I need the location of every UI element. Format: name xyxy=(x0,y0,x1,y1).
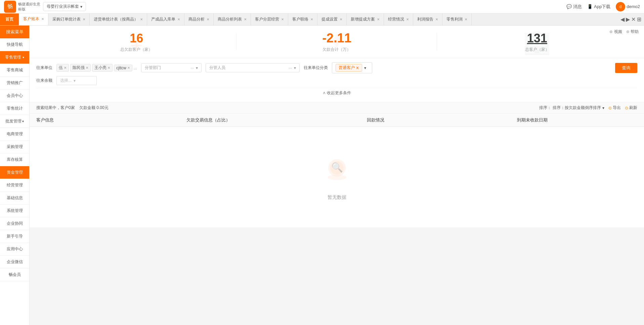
sidebar-item-retail-mall[interactable]: 零售商城 xyxy=(0,64,29,77)
sidebar-item-marketing[interactable]: 营销推广 xyxy=(0,77,29,89)
sidebar-item-purchase-mgmt[interactable]: 采购管理 xyxy=(0,141,29,153)
tab-raise-settings[interactable]: 提成设置 ✕ xyxy=(317,13,347,26)
category-selected-tag[interactable]: 普通客户 ✕ xyxy=(336,64,362,72)
chevron-down-icon: ▾ xyxy=(196,66,198,70)
download-icon: 📱 xyxy=(587,4,593,9)
stat-total-customers: ¥ 16 总欠款客户（家） xyxy=(36,31,237,52)
remove-tag-icon[interactable]: ✕ xyxy=(64,66,67,70)
tab-close-all-icon[interactable]: ✕ xyxy=(631,16,636,23)
tab-profit-report[interactable]: 利润报告 ✕ xyxy=(413,13,442,26)
close-icon[interactable]: ✕ xyxy=(465,17,467,21)
balance-filter-label: 往来余额 xyxy=(36,78,52,83)
tab-biz-status[interactable]: 经营情况 ✕ xyxy=(384,13,413,26)
account-selector[interactable]: 母婴行业演示帐套 ▾ xyxy=(43,2,86,11)
sidebar-item-retail-mgmt[interactable]: 零售管理 ▾ xyxy=(0,51,29,64)
debt-total-label: 欠款合计（万） xyxy=(237,47,437,52)
result-bar: 搜索结果中，客户0家 欠款金额 0.00元 排序： 排序：按欠款金额倒序排序 ▾… xyxy=(30,102,644,114)
unit-tag-wang[interactable]: 王小亮 ✕ xyxy=(92,64,113,72)
logo-text: 畅捷通好生意 标版 xyxy=(18,2,40,11)
download-btn[interactable]: 📱 App下载 xyxy=(587,4,610,10)
category-filter[interactable]: 普通客户 ✕ ▾ xyxy=(332,62,372,73)
export-button[interactable]: ⊙ 导出 xyxy=(608,105,621,111)
close-icon[interactable]: ✕ xyxy=(281,17,284,21)
sidebar-item-corp-wechat[interactable]: 企业微信 xyxy=(0,256,29,268)
chevron-down-icon: ▾ xyxy=(80,4,82,9)
dept-filter[interactable]: 分管部门 ··· ▾ xyxy=(141,63,202,72)
collapse-bar[interactable]: ∧ 收起更多条件 xyxy=(36,88,637,98)
remove-tag-icon[interactable]: ✕ xyxy=(108,66,110,70)
export-icon: ⊙ xyxy=(608,106,612,110)
close-icon[interactable]: ✕ xyxy=(406,17,409,21)
tab-home[interactable]: 首页 xyxy=(0,13,19,26)
top-bar: 畅 畅捷通好生意 标版 母婴行业演示帐套 ▾ 💬 消息 📱 App下载 d de… xyxy=(0,0,644,13)
tab-prev-icon[interactable]: ◀ xyxy=(620,16,625,23)
tab-expand-icon[interactable]: ⊞ xyxy=(637,16,641,23)
chevron-down-icon: ▾ xyxy=(22,119,24,123)
tab-goods-analysis[interactable]: 商品分析 ✕ xyxy=(184,13,214,26)
user-area[interactable]: d demo2 xyxy=(616,2,640,11)
logo-area: 畅 畅捷通好生意 标版 xyxy=(4,1,40,13)
query-button[interactable]: 查询 xyxy=(615,63,637,73)
tab-purchase-order[interactable]: 采购订单统计表 ✕ xyxy=(48,13,90,26)
close-icon[interactable]: ✕ xyxy=(140,17,143,21)
sidebar-item-new-guide[interactable]: 新手引导 xyxy=(0,230,29,243)
message-btn[interactable]: 💬 消息 xyxy=(566,4,582,10)
total-customers-label: 总欠款客户（家） xyxy=(36,47,237,52)
close-icon[interactable]: ✕ xyxy=(310,17,313,21)
refresh-button[interactable]: ⊙ 刷新 xyxy=(625,105,637,111)
tab-retail-profit[interactable]: 零售利润 ✕ xyxy=(442,13,472,26)
result-bar-right: 排序： 排序：按欠款金额倒序排序 ▾ ⊙ 导出 ⊙ 刷新 xyxy=(539,105,637,111)
sidebar-item-corp-collab[interactable]: 企业协同 xyxy=(0,217,29,230)
tab-nav: 首页 客户账本 ✕ 采购订单统计表 ✕ 进货单统计表（按商品） ✕ 产成品入库单… xyxy=(0,13,644,26)
sidebar-item-ecommerce-mgmt[interactable]: 电商管理 xyxy=(0,128,29,141)
remove-tag-icon[interactable]: ✕ xyxy=(127,66,130,70)
unit-tag-more[interactable]: ... xyxy=(134,66,137,70)
sidebar-item-finance-mgmt[interactable]: 资金管理 xyxy=(0,166,29,179)
unit-tag-chen[interactable]: 陈民强 ✕ xyxy=(70,64,91,72)
logo-icon: 畅 xyxy=(4,1,16,13)
close-icon[interactable]: ✕ xyxy=(244,17,247,21)
tab-nav-end: ◀ ▶ ✕ ⊞ xyxy=(618,16,644,23)
sidebar-item-retail-stats[interactable]: 零售统计 xyxy=(0,102,29,115)
close-icon[interactable]: ✕ xyxy=(207,17,209,21)
sidebar-item-member-center[interactable]: 会员中心 xyxy=(0,89,29,102)
person-filter[interactable]: 分管人员 ··· ▾ xyxy=(206,63,300,72)
sidebar-item-biz-mgmt[interactable]: 经营管理 xyxy=(0,179,29,192)
close-icon[interactable]: ✕ xyxy=(83,17,85,21)
close-icon[interactable]: ✕ xyxy=(177,17,180,21)
tab-customer-cost[interactable]: 客户账本 ✕ xyxy=(19,13,48,26)
sidebar-item-sys-mgmt[interactable]: 系统管理 xyxy=(0,205,29,217)
tab-next-icon[interactable]: ▶ xyxy=(626,16,630,23)
col-header-debt: 欠款交易信息（占比） xyxy=(186,117,367,123)
sort-button[interactable]: 排序： 排序：按欠款金额倒序排序 ▾ xyxy=(539,105,604,111)
sidebar-search[interactable]: 搜索菜单 xyxy=(0,26,29,38)
close-icon[interactable]: ✕ xyxy=(340,17,342,21)
tab-customer-tier[interactable]: 客户分层经营 ✕ xyxy=(251,13,288,26)
sidebar-item-vip-member[interactable]: 畅会员 xyxy=(0,268,29,281)
tab-stock-stats[interactable]: 进货单统计表（按商品） ✕ xyxy=(90,13,147,26)
chevron-down-icon: ▾ xyxy=(602,106,604,110)
sidebar-item-quick-nav[interactable]: 快捷导航 xyxy=(0,38,29,51)
tab-new-raise[interactable]: 新增提成方案 ✕ xyxy=(347,13,384,26)
empty-state: 🔍 暂无数据 xyxy=(30,127,644,227)
close-icon[interactable]: ✕ xyxy=(377,17,380,21)
sidebar-item-app-center[interactable]: 应用中心 xyxy=(0,243,29,256)
close-icon[interactable]: ✕ xyxy=(41,17,44,21)
sidebar-item-basic-info[interactable]: 基础信息 xyxy=(0,192,29,205)
chevron-down-icon: ▾ xyxy=(294,66,296,70)
tab-customer-contact[interactable]: 客户联络 ✕ xyxy=(288,13,317,26)
close-icon[interactable]: ✕ xyxy=(435,17,438,21)
unit-tag-cjttcw[interactable]: cjttcw ✕ xyxy=(114,65,132,71)
remove-tag-icon[interactable]: ✕ xyxy=(86,66,88,70)
unit-tag-wu[interactable]: 伍 ✕ xyxy=(56,64,69,72)
avatar: d xyxy=(616,2,625,11)
total-clients-label: 总客户（家） xyxy=(437,47,637,52)
tab-goods-analysis-list[interactable]: 商品分析列表 ✕ xyxy=(214,13,251,26)
remove-tag-icon[interactable]: ✕ xyxy=(356,66,359,70)
sidebar-item-inventory[interactable]: 库存核算 xyxy=(0,153,29,166)
balance-filter[interactable]: 选择... ▾ xyxy=(56,76,97,85)
col-header-customer: 客户信息 xyxy=(36,117,186,123)
top-bar-left: 畅 畅捷通好生意 标版 母婴行业演示帐套 ▾ xyxy=(4,1,86,13)
tab-product-stock[interactable]: 产成品入库单 ✕ xyxy=(147,13,184,26)
sidebar-item-wholesale-mgmt[interactable]: 批发管理 ▾ xyxy=(0,115,29,128)
